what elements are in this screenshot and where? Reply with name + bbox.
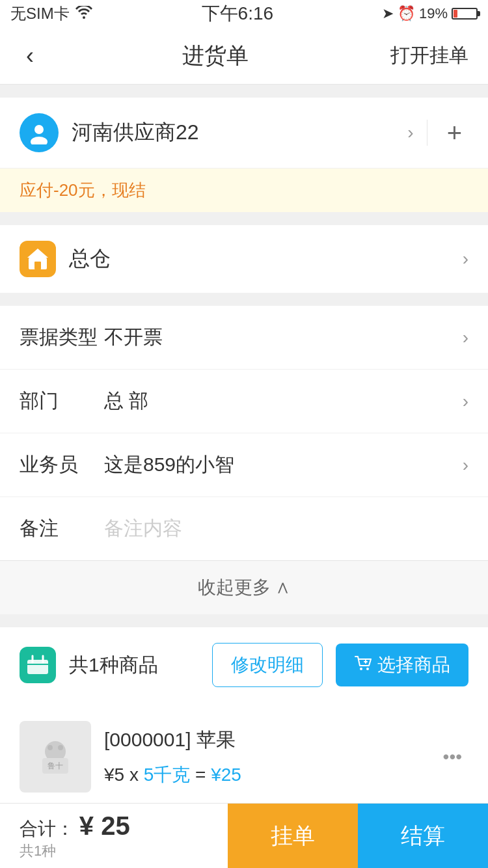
invoice-value: 不开票 xyxy=(104,324,463,351)
total-section: 合计： ¥ 25 共1种 xyxy=(0,811,228,861)
products-header: 共1种商品 修改明细 选择商品 xyxy=(0,627,488,703)
supplier-section: 河南供应商22 › + 应付-20元，现结 xyxy=(0,98,488,212)
dept-chevron-icon: › xyxy=(463,391,468,412)
page-title: 进货单 xyxy=(182,41,249,71)
invoice-row[interactable]: 票据类型 不开票 › xyxy=(0,306,488,370)
product-price: ¥5 x 5千克 = ¥25 xyxy=(104,763,424,787)
salesman-row[interactable]: 业务员 这是859的小智 › xyxy=(0,433,488,497)
total-label: 合计： xyxy=(20,819,74,839)
select-product-label: 选择商品 xyxy=(377,653,450,677)
product-code: [0000001] xyxy=(104,729,197,750)
supplier-row[interactable]: 河南供应商22 › + xyxy=(0,98,488,169)
product-more-button[interactable]: ••• xyxy=(437,740,468,774)
hang-button[interactable]: 挂单 xyxy=(228,804,358,869)
total-line: 合计： ¥ 25 xyxy=(20,811,208,841)
supplier-chevron-icon: › xyxy=(407,122,413,143)
product-total: ¥25 xyxy=(211,765,241,785)
svg-point-0 xyxy=(34,125,44,134)
remark-row[interactable]: 备注 备注内容 xyxy=(0,497,488,560)
battery-icon xyxy=(452,8,478,20)
product-info: [0000001] 苹果 ¥5 x 5千克 = ¥25 xyxy=(104,727,424,787)
products-icon xyxy=(20,647,56,683)
dept-value: 总 部 xyxy=(104,388,463,414)
svg-point-10 xyxy=(47,745,53,750)
invoice-chevron-icon: › xyxy=(463,327,468,348)
supplier-avatar xyxy=(20,113,59,152)
select-product-button[interactable]: 选择商品 xyxy=(336,644,468,686)
warehouse-section: 总仓 › xyxy=(0,225,488,293)
form-section: 票据类型 不开票 › 部门 总 部 › 业务员 这是859的小智 › 备注 备注… xyxy=(0,306,488,560)
carrier-text: 无SIM卡 xyxy=(10,3,70,24)
product-eq: = xyxy=(195,765,211,785)
warehouse-icon xyxy=(20,241,56,277)
remark-input[interactable]: 备注内容 xyxy=(104,515,468,542)
cart-icon xyxy=(354,655,372,675)
total-count: 共1种 xyxy=(20,841,208,861)
remark-label: 备注 xyxy=(20,515,104,542)
collapse-row[interactable]: 收起更多 ∧ xyxy=(0,560,488,614)
product-name: [0000001] 苹果 xyxy=(104,727,424,753)
product-qty: 5千克 xyxy=(144,765,191,785)
status-bar: 无SIM卡 下午6:16 ➤ ⏰ 19% xyxy=(0,0,488,27)
checkout-button[interactable]: 结算 xyxy=(358,804,488,869)
gap1 xyxy=(0,85,488,98)
svg-point-8 xyxy=(366,668,369,670)
svg-point-7 xyxy=(360,668,362,670)
total-amount: ¥ 25 xyxy=(79,811,130,840)
open-pending-button[interactable]: 打开挂单 xyxy=(390,42,468,69)
dept-row[interactable]: 部门 总 部 › xyxy=(0,370,488,433)
edit-detail-button[interactable]: 修改明细 xyxy=(212,643,323,687)
status-time: 下午6:16 xyxy=(202,1,274,26)
notice-banner: 应付-20元，现结 xyxy=(0,169,488,212)
product-thumbnail: 鲁十 xyxy=(20,721,91,793)
svg-text:鲁十: 鲁十 xyxy=(47,761,63,770)
svg-point-11 xyxy=(58,745,63,750)
svg-marker-3 xyxy=(27,249,48,258)
svg-rect-6 xyxy=(27,664,48,665)
salesman-label: 业务员 xyxy=(20,452,104,478)
wifi-icon xyxy=(75,5,93,23)
warehouse-chevron-icon: › xyxy=(463,249,468,269)
location-icon: ➤ xyxy=(382,5,394,22)
divider xyxy=(427,120,427,146)
svg-rect-4 xyxy=(34,262,41,269)
svg-rect-5 xyxy=(27,660,48,674)
dept-label: 部门 xyxy=(20,388,104,414)
svg-point-1 xyxy=(31,137,47,144)
product-count-text: 共1种商品 xyxy=(69,652,199,679)
product-item: 鲁十 [0000001] 苹果 ¥5 x 5千克 = ¥25 ••• xyxy=(0,703,488,811)
status-right: ➤ ⏰ 19% xyxy=(382,5,478,22)
back-button[interactable]: ‹ xyxy=(20,36,40,76)
product-unit-price: ¥5 x xyxy=(104,765,144,785)
add-supplier-button[interactable]: + xyxy=(441,118,468,148)
supplier-name: 河南供应商22 xyxy=(72,118,407,147)
nav-bar: ‹ 进货单 打开挂单 xyxy=(0,27,488,85)
salesman-chevron-icon: › xyxy=(463,455,468,476)
battery-text: 19% xyxy=(419,5,448,22)
warehouse-row[interactable]: 总仓 › xyxy=(0,225,488,293)
status-left: 无SIM卡 xyxy=(10,3,93,24)
warehouse-name: 总仓 xyxy=(69,245,463,273)
product-title: 苹果 xyxy=(197,729,236,750)
salesman-value: 这是859的小智 xyxy=(104,452,463,478)
invoice-label: 票据类型 xyxy=(20,324,104,351)
bottom-bar: 合计： ¥ 25 共1种 挂单 结算 xyxy=(0,803,488,868)
alarm-icon: ⏰ xyxy=(398,5,415,22)
